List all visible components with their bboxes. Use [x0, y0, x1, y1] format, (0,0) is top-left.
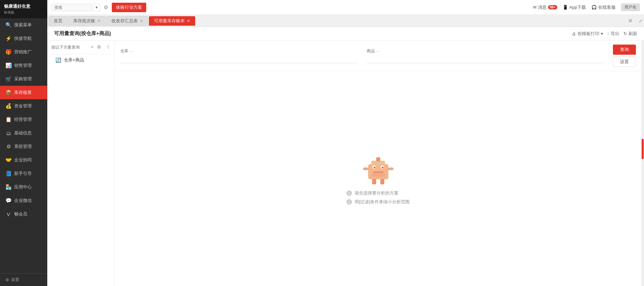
expand-icon[interactable]: ⤢: [639, 18, 643, 24]
sidebar: 畅康通好生意 标准版 🔍搜索菜单⚡快捷导航🎁营销推广📊销售管理🛒采购管理📦库存核…: [0, 0, 47, 286]
sidebar-icon-sales: 📊: [5, 62, 11, 69]
app-download-item[interactable]: 📱 App下载: [563, 4, 586, 10]
tab-label-summary: 收发存汇总表: [111, 18, 138, 24]
add-scheme-icon[interactable]: +: [90, 44, 95, 51]
warehouse-more-icon[interactable]: ···: [130, 49, 133, 54]
topbar-right: ✉ 消息 99+ 📱 App下载 🎧 在线客服 用户名: [533, 3, 640, 11]
export-icon: ↑: [607, 31, 610, 36]
goods-input[interactable]: [367, 55, 605, 63]
svg-rect-10: [363, 167, 368, 170]
refresh-btn[interactable]: ↻ 刷新: [623, 31, 637, 37]
svg-point-6: [382, 167, 383, 168]
topbar: ▾ ⚙ 体验行业方案 ✉ 消息 99+ 📱 App下载 🎧 在线客服 用户名: [47, 0, 644, 15]
settings-icon: ⚙: [5, 278, 9, 282]
headset-icon: 🎧: [591, 5, 597, 10]
tab-label-batch-account: 库存批次账: [73, 18, 95, 24]
sidebar-item-quick-nav[interactable]: ⚡快捷导航: [0, 32, 47, 45]
sidebar-item-purchase[interactable]: 🛒采购管理: [0, 72, 47, 86]
sidebar-label-inventory: 库存核算: [14, 89, 32, 96]
empty-state: 1 请先选择要分析的方案 2 用[过滤]条件来缩小分析范围: [115, 71, 641, 286]
notification-item[interactable]: ✉ 消息 99+: [533, 4, 557, 10]
sidebar-label-wechat: 企业微信: [14, 198, 32, 204]
right-scrollbar[interactable]: [641, 41, 644, 286]
print-btn[interactable]: 🖨 按模板打印 ▾: [572, 31, 603, 37]
sidebar-item-operation[interactable]: 📋经营管理: [0, 113, 47, 126]
page-header: 可用量查询(按仓库+商品) 🖨 按模板打印 ▾ ↑ 导出 ↻ 刷新: [47, 27, 644, 41]
sidebar-icon-appstore: 🏪: [5, 184, 11, 190]
settings-button[interactable]: 设置: [613, 57, 636, 67]
sidebar-item-wechat[interactable]: 💬企业微信: [0, 194, 47, 207]
svg-rect-2: [376, 157, 380, 161]
sidebar-item-appstore[interactable]: 🏪应用中心: [0, 180, 47, 194]
tab-label-home: 首页: [54, 18, 62, 24]
warehouse-label-text: 仓库: [120, 48, 128, 54]
sidebar-label-sales: 销售管理: [14, 62, 32, 69]
sidebar-label-operation: 经营管理: [14, 116, 32, 123]
sidebar-item-marketing[interactable]: 🎁营销推广: [0, 45, 47, 59]
filter-item-warehouse-goods[interactable]: 🔄 仓库+商品: [47, 54, 114, 66]
sidebar-label-enterprise: 企业协同: [14, 157, 32, 163]
sidebar-icon-purchase: 🛒: [5, 76, 11, 82]
sidebar-icon-basic: 🗂: [5, 130, 11, 136]
sidebar-label-newbie: 新手引导: [14, 171, 32, 177]
sidebar-label-member: 畅会员: [14, 211, 27, 217]
sidebar-label-marketing: 营销推广: [14, 49, 32, 55]
export-btn[interactable]: ↑ 导出: [607, 31, 620, 37]
tab-summary[interactable]: 收发存汇总表✕: [106, 16, 148, 26]
sidebar-icon-marketing: 🎁: [5, 49, 11, 55]
sidebar-item-inventory[interactable]: 📦库存核算: [0, 86, 47, 99]
sidebar-item-sales[interactable]: 📊销售管理: [0, 59, 47, 72]
page-header-actions: 🖨 按模板打印 ▾ ↑ 导出 ↻ 刷新: [572, 31, 638, 37]
goods-more-icon[interactable]: ···: [376, 49, 380, 54]
tab-close-batch-account[interactable]: ✕: [97, 19, 101, 23]
svg-rect-1: [371, 161, 385, 165]
gear-button[interactable]: ⚙: [103, 3, 109, 11]
warehouse-input[interactable]: [120, 55, 359, 63]
sidebar-item-finance[interactable]: 💰资金管理: [0, 99, 47, 113]
refresh-label: 刷新: [628, 31, 637, 37]
svg-rect-8: [372, 179, 376, 184]
content-area: 按以下方案查询 + ⚙ 《 🔄 仓库+商品 仓库 ···: [47, 41, 644, 286]
sidebar-label-system: 系统管理: [14, 144, 32, 150]
sidebar-item-newbie[interactable]: 📘新手引导: [0, 167, 47, 180]
tab-label-available-qty: 可用量库存账本: [154, 18, 185, 24]
svg-point-5: [373, 167, 375, 168]
sidebar-icon-newbie: 📘: [5, 171, 11, 177]
search-input[interactable]: [51, 4, 92, 11]
sidebar-footer[interactable]: ⚙ 设置: [0, 273, 47, 286]
scrollbar-thumb: [642, 139, 644, 159]
query-area: 仓库 ··· 商品 ··· 查询 设置: [115, 41, 641, 286]
tab-close-all-icon[interactable]: ✕: [625, 18, 635, 24]
sidebar-item-member[interactable]: V畅会员: [0, 207, 47, 221]
sidebar-item-basic[interactable]: 🗂基础信息: [0, 126, 47, 140]
tab-available-qty[interactable]: 可用量库存账本✕: [149, 16, 195, 26]
tabs-bar: 首页库存批次账✕收发存汇总表✕可用量库存账本✕ ✕ ⤢: [47, 15, 644, 27]
online-support-item[interactable]: 🎧 在线客服: [591, 4, 616, 10]
empty-tip-1: 1 请先选择要分析的方案: [346, 190, 410, 196]
sidebar-item-system[interactable]: ⚙系统管理: [0, 140, 47, 153]
tab-close-summary[interactable]: ✕: [140, 19, 143, 23]
collapse-icon[interactable]: 《: [104, 44, 110, 51]
refresh-icon: ↻: [623, 31, 627, 36]
tab-batch-account[interactable]: 库存批次账✕: [68, 16, 106, 26]
sidebar-item-search[interactable]: 🔍搜索菜单: [0, 18, 47, 32]
dropdown-button[interactable]: ▾: [93, 4, 100, 11]
sidebar-icon-quick-nav: ⚡: [5, 35, 11, 42]
svg-rect-9: [380, 179, 384, 184]
tab-home[interactable]: 首页: [49, 16, 68, 26]
settings-scheme-icon[interactable]: ⚙: [96, 44, 102, 51]
sidebar-icon-search: 🔍: [5, 22, 11, 28]
sidebar-label-finance: 资金管理: [14, 103, 32, 109]
industry-btn[interactable]: 体验行业方案: [112, 3, 146, 12]
sidebar-icon-finance: 💰: [5, 103, 11, 109]
query-button[interactable]: 查询: [613, 45, 636, 55]
sidebar-icon-inventory: 📦: [5, 89, 11, 96]
notification-label: 消息: [538, 4, 547, 10]
tab-close-available-qty[interactable]: ✕: [187, 19, 190, 23]
online-support-label: 在线客服: [598, 4, 616, 10]
brand-name: 畅康通好生意: [4, 3, 43, 9]
user-avatar[interactable]: 用户名: [621, 3, 640, 11]
step-1-badge: 1: [346, 190, 352, 196]
sidebar-label-purchase: 采购管理: [14, 76, 32, 82]
sidebar-item-enterprise[interactable]: 🤝企业协同: [0, 153, 47, 167]
